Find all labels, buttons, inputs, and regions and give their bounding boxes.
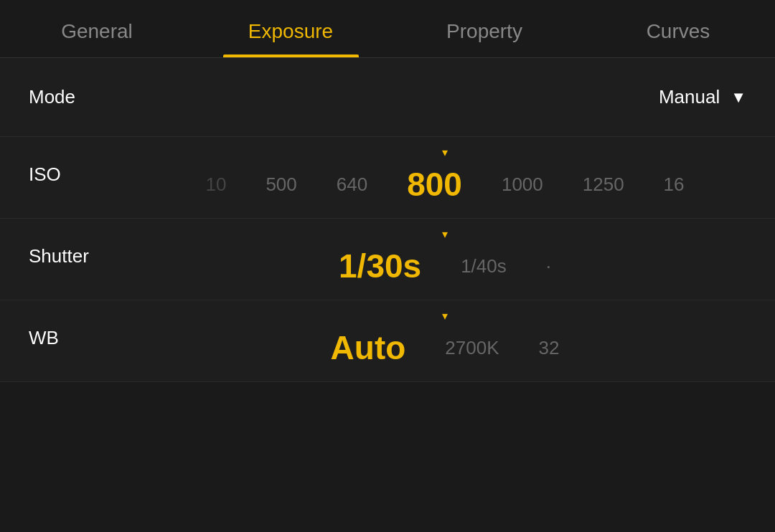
iso-section: ISO ▾ 10 500 640 800 1000 1250 16	[0, 137, 775, 219]
wb-val-current: Auto	[331, 328, 406, 367]
shutter-val-140: 1/40s	[461, 255, 507, 277]
shutter-label: Shutter	[29, 245, 144, 267]
dropdown-arrow-icon: ▼	[731, 88, 746, 107]
iso-val-16: 16	[664, 174, 685, 196]
tab-bar: General Exposure Property Curves	[0, 0, 775, 58]
tab-general[interactable]: General	[0, 0, 194, 57]
iso-val-1000: 1000	[502, 174, 543, 196]
mode-row: Mode Manual ▼	[0, 58, 775, 137]
wb-label: WB	[29, 327, 144, 349]
shutter-scroll-area[interactable]: ▾ 1/30s 1/40s ·	[144, 227, 746, 285]
mode-value: Manual	[659, 86, 720, 108]
wb-val-2700k: 2700K	[445, 337, 499, 359]
wb-row[interactable]: WB ▾ Auto 2700K 32	[0, 300, 775, 381]
iso-val-current: 800	[407, 165, 462, 204]
iso-label: ISO	[29, 163, 144, 186]
iso-caret-icon: ▾	[442, 146, 448, 159]
shutter-values: 1/30s 1/40s ·	[144, 247, 746, 285]
wb-caret-icon: ▾	[442, 309, 448, 323]
iso-val-1250: 1250	[583, 174, 624, 196]
iso-val-10: 10	[205, 174, 226, 196]
wb-val-32: 32	[539, 337, 560, 359]
shutter-section: Shutter ▾ 1/30s 1/40s ·	[0, 219, 775, 300]
iso-values: 10 500 640 800 1000 1250 16	[144, 165, 746, 204]
wb-scroll-area[interactable]: ▾ Auto 2700K 32	[144, 309, 746, 367]
tab-property[interactable]: Property	[388, 0, 581, 57]
wb-values: Auto 2700K 32	[144, 328, 746, 367]
mode-value-container[interactable]: Manual ▼	[659, 86, 746, 108]
tab-exposure[interactable]: Exposure	[194, 0, 388, 57]
iso-val-500: 500	[266, 174, 296, 196]
wb-section: WB ▾ Auto 2700K 32	[0, 300, 775, 382]
shutter-caret-icon: ▾	[442, 227, 448, 241]
shutter-row[interactable]: Shutter ▾ 1/30s 1/40s ·	[0, 219, 775, 300]
mode-label: Mode	[29, 86, 144, 108]
iso-scroll-area[interactable]: ▾ 10 500 640 800 1000 1250 16	[144, 146, 746, 204]
tab-curves[interactable]: Curves	[581, 0, 775, 57]
content-area: Mode Manual ▼ ISO ▾ 10 500 640 800 1000 …	[0, 58, 775, 382]
iso-val-640: 640	[337, 174, 367, 196]
shutter-val-current: 1/30s	[339, 247, 421, 285]
iso-row[interactable]: ISO ▾ 10 500 640 800 1000 1250 16	[0, 137, 775, 218]
shutter-val-next: ·	[546, 255, 551, 277]
